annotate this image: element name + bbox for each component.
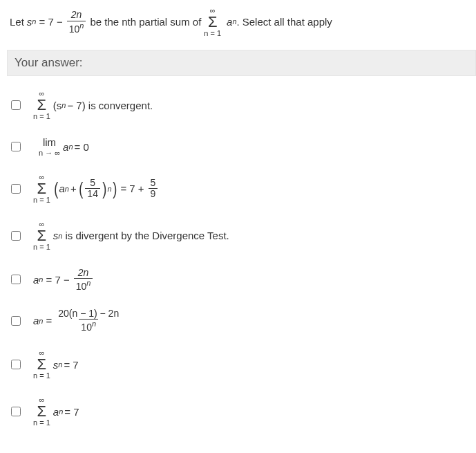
options-list: ∞ Σ n = 1 (sn − 7) is convergent. lim n … <box>7 90 476 427</box>
option-expression: ∞ Σ n = 1 ( an + ( 5 14 )n ) = 7 + 5 9 <box>33 174 159 204</box>
sub: n <box>58 232 62 240</box>
den-base: 10 <box>81 322 92 333</box>
option-expression: ∞ Σ n = 1 sn = 7 <box>33 349 79 380</box>
question-prompt: Let sn = 7 − 2n 10n be the nth partial s… <box>7 6 476 50</box>
text: = 0 <box>75 141 89 153</box>
your-answer-header: Your answer: <box>7 50 476 76</box>
sub: n <box>39 317 43 325</box>
option-expression: an = 20(n − 1) − 2n 10n <box>33 308 122 333</box>
text: = 7 <box>64 406 79 418</box>
lparen-icon: ( <box>79 180 83 198</box>
sub: n <box>39 275 43 284</box>
eq: = 7 + <box>120 183 144 194</box>
sub: n <box>59 407 63 416</box>
option-checkbox[interactable] <box>11 142 21 151</box>
fraction: 5 14 <box>85 178 100 200</box>
option-checkbox[interactable] <box>11 360 21 369</box>
den: 14 <box>85 188 100 199</box>
sum-symbol: ∞ Σ n = 1 <box>33 349 50 380</box>
lim-label: lim <box>43 137 56 149</box>
num: 2n <box>71 9 82 20</box>
sum-bot: n = 1 <box>33 372 50 380</box>
option-row: ∞ Σ n = 1 ( an + ( 5 14 )n ) = 7 + 5 9 <box>11 174 476 204</box>
text: = 7 <box>64 359 78 371</box>
den-sup: n <box>86 279 91 287</box>
num: 20(n − 1) − 2n <box>58 308 119 319</box>
option-checkbox[interactable] <box>11 275 21 284</box>
eq: = 7 − <box>39 14 62 30</box>
var: a <box>53 406 59 418</box>
limit: lim n → ∞ <box>39 137 60 157</box>
option-expression: ∞ Σ n = 1 sn is divergent by the Diverge… <box>33 221 229 251</box>
option-row: ∞ Σ n = 1 sn is divergent by the Diverge… <box>11 221 476 251</box>
option-row: ∞ Σ n = 1 sn = 7 <box>11 349 476 380</box>
var: s <box>53 230 59 241</box>
text: be the nth partial sum of <box>90 14 201 30</box>
text: is divergent by the Divergence Test. <box>65 230 229 241</box>
sigma-icon: Σ <box>208 15 218 30</box>
an-term: an. <box>227 14 240 30</box>
num: 5 <box>149 178 158 188</box>
sum-bot: n = 1 <box>33 113 50 120</box>
option-row: ∞ Σ n = 1 (sn − 7) is convergent. <box>11 90 476 120</box>
var-a: a <box>227 14 232 30</box>
sum-bot: n = 1 <box>33 196 50 204</box>
sub: n <box>61 101 66 109</box>
sub: n <box>68 142 73 151</box>
fraction: 2n 10n <box>74 268 93 292</box>
sub-n: n <box>32 16 36 28</box>
option-expression: ∞ Σ n = 1 an = 7 <box>33 396 79 427</box>
sigma-icon: Σ <box>37 357 47 372</box>
num: 2n <box>78 267 89 278</box>
option-row: lim n → ∞ an = 0 <box>11 137 476 157</box>
var: a <box>33 274 39 286</box>
fraction: 20(n − 1) − 2n 10n <box>56 308 121 333</box>
sigma-icon: Σ <box>37 404 47 419</box>
rparen-icon: ) <box>102 180 106 198</box>
var: a <box>59 183 64 194</box>
fraction: 5 9 <box>149 178 158 200</box>
plus: + <box>70 183 77 194</box>
lparen-icon: ( <box>54 180 58 198</box>
sum-bot: n = 1 <box>33 419 50 427</box>
text: Let <box>10 14 24 30</box>
num: 5 <box>88 178 97 188</box>
fraction: 2n 10n <box>67 10 86 34</box>
sigma-icon: Σ <box>37 228 47 243</box>
option-expression: an = 7 − 2n 10n <box>33 268 94 292</box>
sum-bot: n = 1 <box>204 30 221 37</box>
den-sup: n <box>79 21 84 30</box>
sum-symbol: ∞ Σ n = 1 <box>204 7 221 37</box>
den-base: 10 <box>69 23 80 34</box>
den: 9 <box>149 188 158 199</box>
sub: n <box>65 185 69 193</box>
option-row: ∞ Σ n = 1 an = 7 <box>11 396 476 427</box>
eq: = 7 − <box>46 274 69 286</box>
sum-bot: n = 1 <box>33 243 50 251</box>
sigma-icon: Σ <box>37 98 47 113</box>
var: a <box>63 141 68 153</box>
den-base: 10 <box>76 281 87 292</box>
sum-symbol: ∞ Σ n = 1 <box>33 396 50 427</box>
var-s: s <box>27 14 32 30</box>
var: a <box>33 315 39 326</box>
sum-symbol: ∞ Σ n = 1 <box>33 174 50 204</box>
text: (s <box>53 100 62 111</box>
option-checkbox[interactable] <box>11 100 21 110</box>
partial-sum-def: sn = 7 − 2n 10n <box>27 10 88 34</box>
option-row: an = 7 − 2n 10n <box>11 268 476 292</box>
sub: n <box>58 360 62 369</box>
rparen-icon: ) <box>113 180 117 198</box>
option-expression: lim n → ∞ an = 0 <box>39 137 89 157</box>
option-row: an = 20(n − 1) − 2n 10n <box>11 308 476 333</box>
text: Select all that apply <box>242 14 332 30</box>
text: − 7) is convergent. <box>67 100 153 111</box>
dot: . <box>237 14 240 30</box>
option-checkbox[interactable] <box>11 316 21 326</box>
option-checkbox[interactable] <box>11 184 21 194</box>
sum-symbol: ∞ Σ n = 1 <box>33 221 50 251</box>
option-checkbox[interactable] <box>11 407 21 416</box>
option-checkbox[interactable] <box>11 231 21 241</box>
var: s <box>53 359 59 371</box>
lim-sub: n → ∞ <box>39 149 60 157</box>
